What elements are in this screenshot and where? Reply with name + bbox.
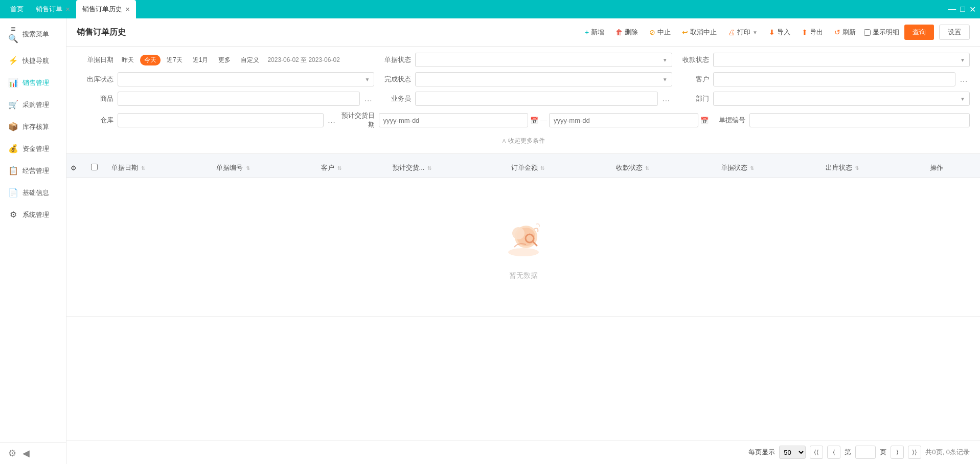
col-doc-status-sort: ⇅ bbox=[750, 165, 754, 171]
date-tab-custom[interactable]: 自定义 bbox=[237, 55, 263, 65]
customer-dots[interactable]: … bbox=[958, 75, 970, 84]
product-col: … bbox=[118, 92, 374, 106]
col-customer-label: 客户 bbox=[321, 164, 334, 171]
sidebar-item-nav[interactable]: ⚡ 快捷导航 bbox=[0, 50, 66, 72]
col-doc-status[interactable]: 单据状态 ⇅ bbox=[717, 158, 822, 178]
export-icon: ⬆ bbox=[802, 28, 808, 36]
close-icon[interactable]: ✕ bbox=[969, 5, 976, 14]
sidebar-item-search[interactable]: ≡🔍 搜索菜单 bbox=[0, 18, 66, 50]
print-icon: 🖨 bbox=[728, 28, 735, 36]
date-separator: — bbox=[540, 117, 547, 124]
delivery-date-from-icon[interactable]: 📅 bbox=[530, 117, 538, 124]
tab-sales-order[interactable]: 销售订单 ✕ bbox=[30, 0, 76, 18]
empty-cell: 暂无数据 bbox=[66, 178, 980, 317]
delivery-date-to[interactable] bbox=[549, 113, 698, 127]
warehouse-col: … bbox=[118, 113, 338, 127]
sidebar-item-basic[interactable]: 📄 基础信息 bbox=[0, 182, 66, 204]
tab-sales-history[interactable]: 销售订单历史 ✕ bbox=[76, 0, 136, 18]
table-settings-icon[interactable]: ⚙ bbox=[71, 164, 77, 172]
settings-icon[interactable]: ⚙ bbox=[8, 448, 16, 459]
first-page-button[interactable]: ⟨⟨ bbox=[810, 446, 823, 459]
display-detail-toggle[interactable]: 显示明细 bbox=[864, 28, 899, 37]
department-select[interactable]: ▼ bbox=[713, 92, 970, 106]
svg-point-5 bbox=[512, 227, 525, 239]
empty-text: 暂无数据 bbox=[509, 271, 538, 280]
stop-button[interactable]: ⊘ 中止 bbox=[646, 26, 674, 39]
collapse-sidebar-icon[interactable]: ◀ bbox=[22, 448, 30, 459]
system-icon: ⚙ bbox=[8, 210, 18, 219]
cancel-stop-button[interactable]: ↩ 取消中止 bbox=[679, 26, 720, 39]
sidebar-item-sales[interactable]: 📊 销售管理 bbox=[0, 72, 66, 94]
sidebar-item-operation[interactable]: 📋 经营管理 bbox=[0, 160, 66, 182]
sidebar-item-purchase[interactable]: 🛒 采购管理 bbox=[0, 94, 66, 116]
empty-icon bbox=[498, 214, 549, 265]
out-status-label: 出库状态 bbox=[77, 75, 118, 84]
minimize-icon[interactable]: — bbox=[948, 5, 956, 14]
date-tab-yesterday[interactable]: 昨天 bbox=[118, 55, 138, 65]
date-range-display: 2023-06-02 至 2023-06-02 bbox=[267, 56, 339, 64]
date-tab-1month[interactable]: 近1月 bbox=[189, 55, 213, 65]
next-page-button[interactable]: ⟩ bbox=[891, 446, 904, 459]
prev-page-button[interactable]: ⟨ bbox=[827, 446, 840, 459]
payment-status-select[interactable]: ▼ bbox=[713, 53, 970, 67]
col-amount-sort: ⇅ bbox=[540, 165, 544, 171]
col-payment[interactable]: 收款状态 ⇅ bbox=[612, 158, 717, 178]
tab-sales-history-close[interactable]: ✕ bbox=[125, 6, 130, 13]
display-detail-checkbox[interactable] bbox=[864, 29, 871, 36]
maximize-icon[interactable]: □ bbox=[960, 5, 965, 14]
refresh-button[interactable]: ↺ 刷新 bbox=[831, 26, 859, 39]
export-button[interactable]: ⬆ 导出 bbox=[799, 26, 826, 39]
date-tab-7days[interactable]: 近7天 bbox=[163, 55, 187, 65]
out-status-arrow: ▼ bbox=[364, 77, 370, 82]
select-all-checkbox[interactable] bbox=[91, 164, 98, 170]
refresh-icon: ↺ bbox=[834, 28, 840, 36]
complete-status-select[interactable]: ▼ bbox=[415, 72, 672, 86]
warehouse-dots[interactable]: … bbox=[326, 116, 338, 125]
date-tab-today[interactable]: 今天 bbox=[140, 55, 161, 65]
order-status-select[interactable]: ▼ bbox=[415, 53, 672, 67]
sidebar-item-inventory[interactable]: 📦 库存核算 bbox=[0, 116, 66, 138]
date-tab-more[interactable]: 更多 bbox=[214, 55, 235, 65]
product-label: 商品 bbox=[77, 94, 118, 103]
complete-status-label: 完成状态 bbox=[374, 75, 415, 84]
collapse-button[interactable]: ∧ 收起更多条件 bbox=[77, 135, 970, 147]
col-customer[interactable]: 客户 ⇅ bbox=[317, 158, 389, 178]
table-checkbox-col bbox=[87, 158, 107, 178]
import-label: 导入 bbox=[777, 28, 790, 37]
page-number-input[interactable]: 1 bbox=[855, 446, 876, 459]
warehouse-input[interactable] bbox=[118, 113, 324, 127]
delivery-date-from[interactable] bbox=[379, 113, 528, 127]
date-label: 单据日期 bbox=[77, 55, 118, 64]
import-icon: ⬇ bbox=[769, 28, 775, 36]
last-page-button[interactable]: ⟩⟩ bbox=[908, 446, 921, 459]
cancel-stop-label: 取消中止 bbox=[690, 28, 717, 37]
import-button[interactable]: ⬇ 导入 bbox=[766, 26, 793, 39]
col-date[interactable]: 单据日期 ⇅ bbox=[107, 158, 212, 178]
print-button[interactable]: 🖨 打印 ▼ bbox=[725, 26, 761, 39]
basic-icon: 📄 bbox=[8, 188, 18, 197]
doc-number-input[interactable] bbox=[749, 113, 970, 127]
col-delivery[interactable]: 预计交货... ⇅ bbox=[389, 158, 507, 178]
customer-input[interactable] bbox=[713, 72, 955, 86]
col-out-status[interactable]: 出库状态 ⇅ bbox=[822, 158, 926, 178]
product-input[interactable] bbox=[118, 92, 360, 106]
sidebar-label-nav: 快捷导航 bbox=[22, 56, 49, 65]
tab-sales-order-close[interactable]: ✕ bbox=[65, 6, 70, 13]
per-page-select[interactable]: 10 20 50 100 bbox=[779, 446, 806, 459]
col-amount[interactable]: 订单金额 ⇅ bbox=[507, 158, 612, 178]
query-button[interactable]: 查询 bbox=[904, 25, 934, 40]
product-dots[interactable]: … bbox=[362, 94, 374, 103]
col-doc-status-label: 单据状态 bbox=[721, 164, 747, 171]
salesperson-dots[interactable]: … bbox=[660, 94, 672, 103]
tab-home[interactable]: 首页 bbox=[4, 0, 30, 18]
out-status-select[interactable]: ▼ bbox=[118, 72, 374, 86]
delivery-date-to-icon[interactable]: 📅 bbox=[700, 117, 709, 124]
salesperson-input[interactable] bbox=[415, 92, 657, 106]
add-button[interactable]: + 新增 bbox=[582, 26, 607, 39]
settings-button[interactable]: 设置 bbox=[939, 25, 970, 40]
sidebar-item-system[interactable]: ⚙ 系统管理 bbox=[0, 204, 66, 226]
content-area: 销售订单历史 + 新增 🗑 删除 ⊘ 中止 ↩ 取消中止 bbox=[66, 18, 980, 464]
col-number[interactable]: 单据编号 ⇅ bbox=[212, 158, 317, 178]
delete-button[interactable]: 🗑 删除 bbox=[612, 26, 641, 39]
sidebar-item-finance[interactable]: 💰 资金管理 bbox=[0, 138, 66, 160]
